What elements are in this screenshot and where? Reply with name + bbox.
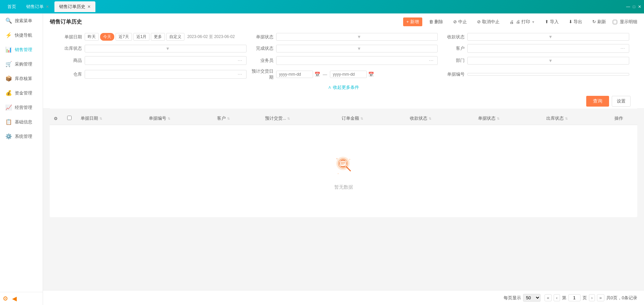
import-button[interactable]: ⬆ 导入 (542, 17, 562, 26)
per-page-select[interactable]: 50 10 20 100 (523, 294, 541, 302)
delivery-date-end[interactable] (330, 71, 367, 78)
sidebar-item-basic[interactable]: 📋 基础信息 (0, 115, 43, 129)
dept-arrow: ▼ (548, 58, 626, 63)
receipt-status-select[interactable]: ▼ (467, 33, 629, 41)
sort-customer[interactable]: ⇅ (227, 117, 230, 120)
custom-btn[interactable]: 自定义 (166, 33, 184, 41)
delete-button[interactable]: 🗑 删除 (426, 17, 447, 26)
page-label-after: 页 (583, 295, 587, 301)
empty-text: 暂无数据 (334, 184, 353, 190)
th-receipt-status[interactable]: 收款状态 ⇅ (406, 112, 474, 125)
display-toggle-checkbox[interactable] (613, 20, 617, 24)
out-status-select[interactable]: ▼ (85, 45, 247, 52)
th-check[interactable] (63, 112, 77, 125)
last-page-btn[interactable]: » (597, 294, 604, 301)
page-input[interactable] (568, 294, 581, 301)
sort-delivery[interactable]: ⇅ (287, 117, 290, 120)
warehouse-ellipsis[interactable]: ··· (236, 71, 243, 77)
sidebar: 🔍 搜索菜单 ⚡ 快捷导航 📊 销售管理 🛒 采购管理 📦 库存核算 💰 资金管… (0, 13, 43, 305)
next-page-btn[interactable]: › (589, 294, 595, 301)
sort-bill-status[interactable]: ⇅ (497, 117, 500, 120)
pagination: « ‹ 第 页 › » 共0页，0条记录 (545, 294, 637, 301)
yesterday-btn[interactable]: 昨天 (85, 33, 99, 41)
customer-ellipsis[interactable]: ··· (619, 45, 626, 51)
filter-complete-status: 完成状态 ▼ (248, 44, 439, 53)
minimize-btn[interactable]: — (626, 4, 630, 9)
sort-bill-no[interactable]: ⇅ (168, 117, 170, 120)
display-toggle[interactable]: 显示明细 (613, 19, 637, 25)
sort-bill-date[interactable]: ⇅ (99, 117, 102, 120)
goods-ellipsis[interactable]: ··· (236, 58, 243, 64)
search-icon: 🔍 (5, 17, 12, 24)
th-bill-no[interactable]: 单据编号 ⇅ (145, 112, 213, 125)
th-customer[interactable]: 客户 ⇅ (213, 112, 261, 125)
new-button[interactable]: + 新增 (403, 17, 422, 26)
delivery-date-start[interactable] (276, 71, 313, 78)
select-all-checkbox[interactable] (67, 116, 72, 120)
start-calendar-icon[interactable]: 📅 (314, 72, 320, 77)
sidebar-item-sales[interactable]: 📊 销售管理 (0, 42, 43, 57)
th-settings[interactable]: ⚙ (50, 112, 63, 125)
end-calendar-icon[interactable]: 📅 (368, 72, 374, 77)
sidebar-item-operation[interactable]: 📈 经营管理 (0, 100, 43, 115)
main-layout: 🔍 搜索菜单 ⚡ 快捷导航 📊 销售管理 🛒 采购管理 📦 库存核算 💰 资金管… (0, 13, 644, 305)
close-sales-order-history-tab[interactable]: ✕ (87, 4, 91, 9)
last1month-btn[interactable]: 近1月 (133, 33, 150, 41)
export-button[interactable]: ⬇ 导出 (565, 17, 586, 26)
bill-status-select[interactable]: ▼ (276, 33, 438, 41)
settings-bottom-icon[interactable]: ⚙ (3, 295, 8, 302)
out-status-label: 出库状态 (58, 45, 85, 51)
sidebar-item-search[interactable]: 🔍 搜索菜单 (0, 13, 43, 28)
close-sales-order-tab[interactable]: ✕ (46, 4, 49, 9)
sidebar-item-system[interactable]: ⚙️ 系统管理 (0, 129, 43, 144)
svg-text:*: * (338, 173, 339, 176)
sidebar-item-nav[interactable]: ⚡ 快捷导航 (0, 28, 43, 42)
prev-page-btn[interactable]: ‹ (554, 294, 560, 301)
cancel-stop-button[interactable]: ⊘ 取消中止 (474, 17, 503, 26)
salesman-label: 业务员 (249, 58, 276, 64)
date-control: 昨天 今天 近7天 近1月 更多 自定义 2023-06-02 至 2023-0… (85, 33, 247, 41)
th-order-amount[interactable]: 订单金额 ⇅ (338, 112, 406, 125)
dept-select[interactable]: ▼ (467, 57, 629, 65)
sort-receipt[interactable]: ⇅ (429, 117, 431, 120)
settings-button[interactable]: 设置 (612, 96, 631, 107)
print-dropdown-icon[interactable]: ▼ (531, 20, 535, 24)
tab-sales-order-history[interactable]: 销售订单历史 ✕ (54, 1, 95, 12)
tab-sales-order[interactable]: 销售订单 ✕ (22, 1, 54, 12)
more-btn[interactable]: 更多 (151, 33, 165, 41)
sidebar-item-inventory[interactable]: 📦 库存核算 (0, 71, 43, 86)
bill-no-label: 单据编号 (440, 71, 467, 77)
stop-button[interactable]: ⊘ 中止 (450, 17, 470, 26)
th-operation: 操作 (610, 112, 637, 125)
warehouse-label: 仓库 (58, 71, 85, 77)
page-footer: 每页显示 50 10 20 100 « ‹ 第 页 › » 共0页，0条记录 (43, 290, 644, 305)
th-bill-status[interactable]: 单据状态 ⇅ (474, 112, 542, 125)
complete-status-label: 完成状态 (249, 45, 276, 51)
sidebar-item-purchase[interactable]: 🛒 采购管理 (0, 57, 43, 71)
refresh-button[interactable]: ↻ 刷新 (589, 17, 609, 26)
th-bill-date[interactable]: 单据日期 ⇅ (77, 112, 145, 125)
salesman-ellipsis[interactable]: ··· (428, 58, 435, 64)
page-label-before: 第 (562, 295, 566, 301)
filter-dept: 部门 ▼ (439, 56, 631, 65)
sort-amount[interactable]: ⇅ (360, 117, 363, 120)
last7-btn[interactable]: 近7天 (116, 33, 132, 41)
query-button[interactable]: 查询 (586, 96, 609, 107)
print-button[interactable]: 🖨 🖨 打印 ▼ (506, 17, 539, 26)
complete-status-select[interactable]: ▼ (276, 45, 438, 52)
close-btn[interactable]: ✕ (638, 4, 641, 9)
sort-out[interactable]: ⇅ (565, 117, 568, 120)
sidebar-item-finance[interactable]: 💰 资金管理 (0, 86, 43, 100)
today-btn[interactable]: 今天 (100, 33, 114, 41)
collapse-sidebar-icon[interactable]: ◀ (12, 295, 17, 302)
th-out-status[interactable]: 出库状态 ⇅ (542, 112, 610, 125)
tab-home[interactable]: 首页 (3, 1, 21, 12)
th-delivery-date[interactable]: 预计交货... ⇅ (261, 112, 338, 125)
restore-btn[interactable]: □ (633, 4, 635, 9)
out-status-arrow: ▼ (166, 46, 244, 51)
dept-label: 部门 (440, 58, 467, 64)
collapse-filter-row[interactable]: ∧ 收起更多条件 (56, 82, 631, 94)
per-page-label: 每页显示 (504, 295, 521, 301)
filter-bill-status: 单据状态 ▼ (248, 33, 439, 41)
first-page-btn[interactable]: « (545, 294, 552, 301)
